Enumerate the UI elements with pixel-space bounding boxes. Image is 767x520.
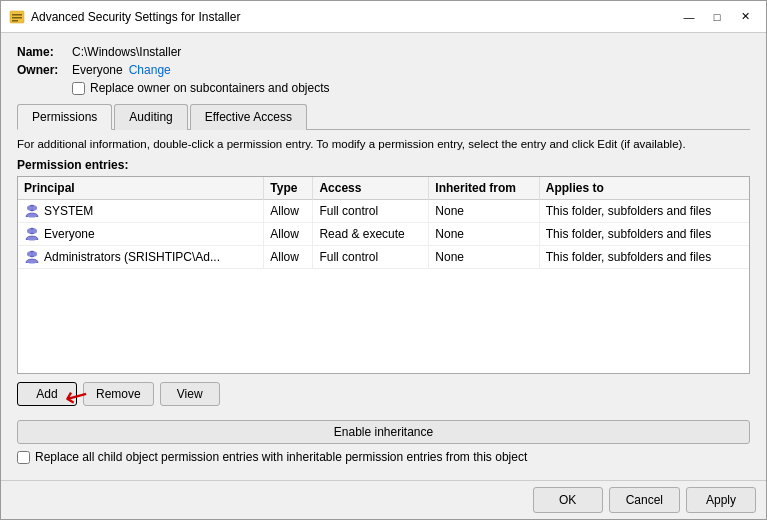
cell-type: Allow: [264, 246, 313, 269]
cell-applies-to: This folder, subfolders and files: [539, 200, 749, 223]
cell-access: Full control: [313, 200, 429, 223]
principal-name: Everyone: [44, 227, 95, 241]
user-icon: [24, 249, 40, 265]
replace-owner-checkbox[interactable]: [72, 82, 85, 95]
svg-point-14: [32, 252, 37, 257]
title-bar: Advanced Security Settings for Installer…: [1, 1, 766, 33]
cell-principal: SYSTEM: [18, 200, 264, 223]
user-icon: [24, 226, 40, 242]
cell-type: Allow: [264, 200, 313, 223]
remove-button[interactable]: Remove: [83, 382, 154, 406]
table-row[interactable]: SYSTEMAllowFull controlNoneThis folder, …: [18, 200, 749, 223]
name-value: C:\Windows\Installer: [72, 45, 181, 59]
owner-value: Everyone: [72, 63, 123, 77]
cell-access: Full control: [313, 246, 429, 269]
view-button[interactable]: View: [160, 382, 220, 406]
col-applies-to: Applies to: [539, 177, 749, 200]
close-button[interactable]: ✕: [732, 6, 758, 28]
cancel-button[interactable]: Cancel: [609, 487, 680, 513]
cell-principal: Administrators (SRISHTIPC\Ad...: [18, 246, 264, 269]
change-owner-link[interactable]: Change: [129, 63, 171, 77]
svg-rect-3: [12, 20, 18, 22]
enable-inheritance-button[interactable]: Enable inheritance: [17, 420, 750, 444]
description-text: For additional information, double-click…: [17, 136, 750, 152]
window-icon: [9, 9, 25, 25]
tab-effective-access[interactable]: Effective Access: [190, 104, 307, 130]
user-icon: [24, 203, 40, 219]
maximize-button[interactable]: □: [704, 6, 730, 28]
col-principal: Principal: [18, 177, 264, 200]
col-access: Access: [313, 177, 429, 200]
dialog-content: Name: C:\Windows\Installer Owner: Everyo…: [1, 33, 766, 480]
apply-button[interactable]: Apply: [686, 487, 756, 513]
svg-point-6: [32, 206, 37, 211]
svg-point-7: [27, 214, 37, 218]
minimize-button[interactable]: —: [676, 6, 702, 28]
replace-child-label: Replace all child object permission entr…: [35, 450, 527, 464]
svg-point-5: [27, 206, 32, 211]
action-buttons: Add Remove View: [17, 382, 750, 406]
table-row[interactable]: Administrators (SRISHTIPC\Ad...AllowFull…: [18, 246, 749, 269]
svg-point-11: [27, 237, 37, 241]
cell-applies-to: This folder, subfolders and files: [539, 223, 749, 246]
ok-button[interactable]: OK: [533, 487, 603, 513]
svg-point-9: [27, 229, 32, 234]
permissions-table-container: Principal Type Access Inherited from App…: [17, 176, 750, 374]
cell-inherited-from: None: [429, 223, 539, 246]
principal-name: Administrators (SRISHTIPC\Ad...: [44, 250, 220, 264]
main-window: Advanced Security Settings for Installer…: [0, 0, 767, 520]
principal-name: SYSTEM: [44, 204, 93, 218]
name-label: Name:: [17, 45, 72, 59]
dialog-footer: OK Cancel Apply: [1, 480, 766, 519]
cell-applies-to: This folder, subfolders and files: [539, 246, 749, 269]
window-title: Advanced Security Settings for Installer: [31, 10, 676, 24]
svg-point-13: [27, 252, 32, 257]
svg-point-10: [32, 229, 37, 234]
owner-row: Owner: Everyone Change: [17, 63, 750, 77]
replace-owner-row: Replace owner on subcontainers and objec…: [72, 81, 750, 95]
cell-type: Allow: [264, 223, 313, 246]
permissions-table: Principal Type Access Inherited from App…: [18, 177, 749, 269]
svg-rect-2: [12, 17, 22, 19]
tab-permissions[interactable]: Permissions: [17, 104, 112, 130]
cell-access: Read & execute: [313, 223, 429, 246]
cell-inherited-from: None: [429, 246, 539, 269]
replace-owner-label: Replace owner on subcontainers and objec…: [90, 81, 329, 95]
cell-principal: Everyone: [18, 223, 264, 246]
window-controls: — □ ✕: [676, 6, 758, 28]
replace-child-row: Replace all child object permission entr…: [17, 450, 750, 464]
col-inherited-from: Inherited from: [429, 177, 539, 200]
perm-entries-label: Permission entries:: [17, 158, 750, 172]
tabs-container: Permissions Auditing Effective Access: [17, 103, 750, 130]
table-header-row: Principal Type Access Inherited from App…: [18, 177, 749, 200]
owner-label: Owner:: [17, 63, 72, 77]
cell-inherited-from: None: [429, 200, 539, 223]
svg-point-15: [27, 260, 37, 264]
svg-rect-1: [12, 14, 22, 16]
tab-auditing[interactable]: Auditing: [114, 104, 187, 130]
name-row: Name: C:\Windows\Installer: [17, 45, 750, 59]
replace-child-checkbox[interactable]: [17, 451, 30, 464]
table-row[interactable]: EveryoneAllowRead & executeNoneThis fold…: [18, 223, 749, 246]
col-type: Type: [264, 177, 313, 200]
